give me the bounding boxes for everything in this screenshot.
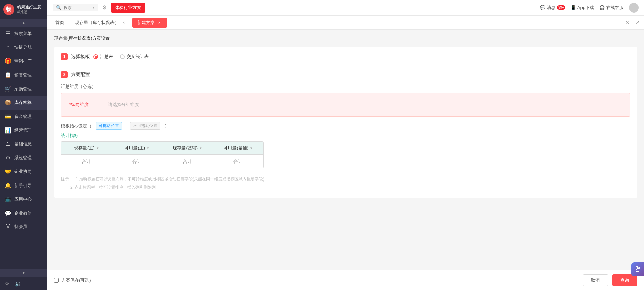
sidebar-item-member[interactable]: V 畅会员 [0,220,47,234]
sidebar-item-inventory[interactable]: 📦 库存核算 [0,96,47,110]
sales-icon: 📋 [5,72,11,78]
search-menu-icon: ☰ [5,30,11,37]
sidebar-item-label: 新手引导 [14,183,32,189]
col3-header[interactable]: 现存量(基辅) ▾ [162,142,213,154]
sidebar-item-label: 搜索菜单 [14,31,32,37]
tips-section: 提示： 1.拖动标题栏可以调整布局，不可跨维度或指标区域拖动栏目字段(只能在同一… [61,175,630,191]
sidebar-scroll-up[interactable]: ▲ [0,19,47,27]
sidebar-item-quick-nav[interactable]: ⌂ 快捷导航 [0,41,47,54]
col3-dropdown-icon[interactable]: ▾ [200,146,202,150]
step2-header: 2 方案配置 [61,71,630,78]
message-btn[interactable]: 💬 消息 99+ [540,5,565,11]
customer-service-btn[interactable]: 🎧 在线客服 [599,5,624,11]
sidebar-item-label: 应用中心 [14,196,32,202]
sidebar-item-operations[interactable]: 📊 经营管理 [0,123,47,137]
wechat-icon: 💬 [5,210,11,216]
search-dropdown-icon[interactable]: ▾ [93,5,95,10]
tip1-text: 1.拖动标题栏可以调整布局，不可跨维度或指标区域拖动栏目字段(只能在同一维度或指… [76,175,264,183]
sidebar-item-label: 企业微信 [14,210,32,216]
app-download-btn[interactable]: 📱 App下载 [571,5,594,11]
sidebar-item-wechat[interactable]: 💬 企业微信 [0,206,47,220]
sidebar-item-marketing[interactable]: 🎁 营销推广 [0,54,47,68]
sidebar-item-search-menu[interactable]: ☰ 搜索菜单 [0,27,47,41]
step2-num: 2 [61,71,68,78]
dimension-dash: —— [94,102,103,107]
tab-home-label: 首页 [55,20,64,26]
radio-cross-dot [120,54,125,59]
operations-icon: 📊 [5,127,11,134]
tab-inventory-close-icon[interactable]: × [121,20,126,25]
finance-icon: 💳 [5,113,11,120]
sidebar-item-apps[interactable]: 📺 应用中心 [0,192,47,206]
tip2-text: 2. 点击标题栏下拉可设置排序、插入列和删除列 [70,183,156,191]
tab-home[interactable]: 首页 [51,17,69,28]
sidebar-item-newbie[interactable]: 🔔 新手引导 [0,178,47,192]
sidebar-bottom: ⚙ 🔉 [0,276,47,290]
col4-label: 可用量(基辅) [223,145,248,151]
footer-save: 方案保存(可选) [54,277,91,283]
search-input[interactable] [64,5,91,10]
radio-cross[interactable]: 交叉统计表 [120,54,149,60]
cancel-button[interactable]: 取消 [583,274,608,286]
topbar-gear-icon[interactable]: ⚙ [102,4,107,11]
step2-title: 方案配置 [71,72,90,78]
sidebar-nav: ☰ 搜索菜单 ⌂ 快捷导航 🎁 营销推广 📋 销售管理 🛒 采购管理 📦 库存核… [0,27,47,269]
logo-icon: 畅 [3,4,14,15]
col1-sub: 合计 [61,155,112,168]
dimension-placeholder: 请选择分组维度 [108,102,139,108]
tab-new-plan-close-icon[interactable]: × [157,20,162,25]
step1-num: 1 [61,53,68,60]
settings-section: 1 选择模板 汇总表 交叉统计表 2 方案配置 [54,47,637,198]
sidebar-item-sales[interactable]: 📋 销售管理 [0,68,47,82]
sidebar-item-finance[interactable]: 💳 资金管理 [0,110,47,123]
divider1 [61,66,630,66]
radio-cross-label: 交叉统计表 [127,54,149,60]
col4-dropdown-icon[interactable]: ▾ [250,146,252,150]
close-panel-icon[interactable]: ✕ [624,18,631,27]
purchase-icon: 🛒 [5,86,11,92]
app-version: 标准版 [17,10,41,15]
col4-header[interactable]: 可用量(基辅) ▾ [213,142,264,154]
expand-panel-icon[interactable]: ⤢ [634,18,641,27]
sidebar-item-cooperate[interactable]: 🤝 企业协同 [0,165,47,178]
tab-inventory-label: 现存量（库存状况表） [75,20,119,26]
marketing-icon: 🎁 [5,58,11,64]
tabbar: 首页 现存量（库存状况表） × 新建方案 × ✕ ⤢ [47,16,644,30]
col1-header[interactable]: 现存量(主) ▾ [61,142,112,154]
ai-button[interactable]: Ai [631,262,644,276]
search-box[interactable]: 🔍 ▾ [53,4,98,11]
indicator-close-paren: ） [165,123,169,129]
tab-inventory-status[interactable]: 现存量（库存状况表） × [70,17,131,28]
col2-header[interactable]: 可用量(主) ▾ [112,142,163,154]
tip2: 2. 点击标题栏下拉可设置排序、插入列和删除列 [61,183,630,191]
sidebar-item-system[interactable]: ⚙ 系统管理 [0,151,47,165]
newbie-icon: 🔔 [5,182,11,189]
sidebar-item-basic-info[interactable]: 🗂 基础信息 [0,137,47,151]
user-avatar[interactable] [629,3,639,13]
basic-info-icon: 🗂 [5,141,11,147]
col3-label: 现存量(基辅) [173,145,198,151]
tips-title: 提示： [61,175,73,183]
col1-dropdown-icon[interactable]: ▾ [97,146,99,150]
col1-label: 现存量(主) [74,145,95,151]
customer-service-label: 在线客服 [606,5,624,11]
stat-table: 现存量(主) ▾ 可用量(主) ▾ 现存量(基辅) ▾ 可用量(基辅) ▾ [61,141,264,168]
sidebar-item-purchase[interactable]: 🛒 采购管理 [0,82,47,96]
col2-dropdown-icon[interactable]: ▾ [147,146,149,150]
member-icon: V [5,224,11,230]
page-title: 现存量(库存状况表)方案设置 [54,35,637,41]
volume-icon[interactable]: 🔉 [15,280,22,287]
sidebar-scroll-down[interactable]: ▼ [0,269,47,276]
save-checkbox[interactable] [54,278,59,283]
radio-summary[interactable]: 汇总表 [93,54,113,60]
app-name: 畅康通好生意 [17,4,41,10]
quick-nav-icon: ⌂ [5,44,11,50]
dimension-box[interactable]: *纵向维度 —— 请选择分组维度 [61,93,630,117]
tab-new-plan[interactable]: 新建方案 × [132,18,167,28]
stat-table-header: 现存量(主) ▾ 可用量(主) ▾ 现存量(基辅) ▾ 可用量(基辅) ▾ [61,142,263,155]
try-industry-button[interactable]: 体验行业方案 [111,3,145,13]
draggable-badge: 可拖动位置 [96,122,122,130]
system-icon: ⚙ [5,154,11,161]
settings-icon[interactable]: ⚙ [5,280,9,287]
message-label: 消息 [547,5,555,11]
